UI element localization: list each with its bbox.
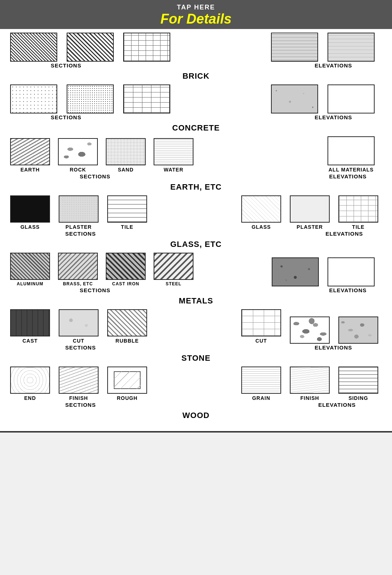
- wood-end-label: END: [24, 395, 36, 401]
- glass-elevations-label: ELEVATIONS: [325, 231, 363, 237]
- header[interactable]: TAP HERE For Details: [0, 0, 392, 29]
- bottom-divider: [0, 431, 392, 433]
- earth-title: EARTH, ETC: [7, 182, 385, 192]
- glass-sections-label: SECTIONS: [65, 231, 96, 237]
- metals-sections-label: SECTIONS: [80, 287, 110, 293]
- aluminum-swatch: [10, 253, 50, 280]
- wood-rough-label: ROUGH: [117, 395, 137, 401]
- brick-elev-swatch-1: [271, 33, 318, 62]
- earth-label: EARTH: [20, 167, 39, 173]
- tile-section-item: TILE: [107, 195, 147, 230]
- stone-cut-label: CUT: [73, 338, 84, 344]
- plaster-elev-label: PLASTER: [297, 224, 323, 230]
- brass-label: BRASS, ETC: [63, 281, 93, 286]
- brick-section-1: [10, 33, 57, 62]
- concrete-elev-swatch-1: [271, 84, 318, 113]
- concrete-elev-1: [271, 84, 318, 113]
- wood-elevations-label: ELEVATIONS: [318, 402, 356, 408]
- glass-title: GLASS, ETC: [7, 240, 385, 249]
- stone-title: STONE: [7, 353, 385, 363]
- wood-siding-item: SIDING: [338, 367, 378, 401]
- concrete-swatch-3: [123, 84, 170, 113]
- page: TAP HERE For Details: [0, 0, 392, 433]
- earth-elev-label: ALL MATERIALS: [329, 167, 374, 173]
- brass-item: BRASS, ETC: [58, 253, 98, 286]
- cast-iron-swatch: [106, 253, 146, 280]
- stone-rubble-section-item: RUBBLE: [107, 309, 147, 344]
- metals-elevations-label: ELEVATIONS: [329, 287, 367, 293]
- glass-section-item: GLASS: [10, 195, 50, 230]
- earth-group: EARTH ROCK SAND WATER: [7, 136, 385, 192]
- wood-grain-item: GRAIN: [241, 367, 281, 401]
- concrete-section-2: [67, 84, 114, 113]
- plaster-elev-swatch: [290, 195, 330, 223]
- stone-cut-elev-swatch: [241, 309, 281, 336]
- wood-rough-item: ROUGH: [107, 367, 147, 401]
- wood-siding-label: SIDING: [349, 395, 368, 401]
- stone-cut-elev-item: CUT: [241, 309, 281, 344]
- earth-elev-swatch-1: [328, 136, 375, 165]
- wood-finish-item: FINISH: [59, 367, 99, 401]
- aluminum-item: ALUMINUM: [10, 253, 50, 286]
- tile-section-label: TILE: [121, 224, 133, 230]
- stone-cut-swatch: [59, 309, 99, 336]
- stone-cast-swatch: [10, 309, 50, 336]
- plaster-elev-item: PLASTER: [290, 195, 330, 230]
- brick-title: BRICK: [7, 71, 385, 81]
- brick-elev-1: [271, 33, 318, 62]
- brick-elevations-label: ELEVATIONS: [314, 62, 352, 69]
- earth-elevations-label: ELEVATIONS: [329, 173, 367, 179]
- earth-sections-label: SECTIONS: [80, 173, 110, 179]
- brick-section-3: [123, 33, 170, 62]
- brick-section-2: [67, 33, 114, 62]
- stone-elevations-label: ELEVATIONS: [314, 344, 352, 351]
- stone-rubble-section-label: RUBBLE: [116, 338, 139, 344]
- plaster-section-item: PLASTER: [59, 195, 99, 230]
- sand-swatch: [106, 138, 146, 165]
- concrete-elevations-label: ELEVATIONS: [314, 114, 352, 120]
- wood-sections-label: SECTIONS: [65, 402, 96, 408]
- brick-swatch-1: [10, 33, 57, 62]
- sand-item: SAND: [106, 138, 146, 173]
- tap-here-label: TAP HERE: [0, 4, 392, 11]
- glass-group: GLASS PLASTER TILE GLASS: [7, 195, 385, 249]
- steel-swatch: [154, 253, 193, 280]
- water-item: WATER: [154, 138, 193, 173]
- concrete-section-3: [123, 84, 170, 113]
- stone-cut-elev-label: CUT: [255, 338, 267, 344]
- concrete-swatch-1: [10, 84, 57, 113]
- tile-section-swatch: [107, 195, 147, 223]
- tile-elev-swatch: [338, 195, 378, 223]
- brick-sections-label: SECTIONS: [51, 62, 82, 69]
- stone-rubble-section-swatch: [107, 309, 147, 336]
- wood-grain-label: GRAIN: [252, 395, 270, 401]
- wood-finish-swatch: [59, 367, 99, 394]
- stone-cast-label: CAST: [22, 338, 38, 344]
- water-swatch: [154, 138, 193, 165]
- concrete-sections-label: SECTIONS: [51, 114, 82, 120]
- steel-label: STEEL: [166, 281, 182, 286]
- concrete-swatch-2: [67, 84, 114, 113]
- wood-rough-swatch: [107, 367, 147, 394]
- stone-rubble2-item: [338, 317, 378, 344]
- earth-swatch: [10, 138, 50, 165]
- metal-elev-swatch-2: [328, 257, 375, 286]
- wood-group: END FINISH ROUGH GRAIN: [7, 367, 385, 420]
- concrete-elev-swatch-2: [328, 84, 375, 113]
- brick-elev-2: [328, 33, 375, 62]
- metal-elev-swatch-1: [272, 257, 319, 286]
- wood-grain-swatch: [241, 367, 281, 394]
- for-details-label: For Details: [0, 11, 392, 27]
- tile-elev-item: TILE: [338, 195, 378, 230]
- metals-group: ALUMINUM BRASS, ETC CAST IRON STEEL: [7, 253, 385, 306]
- wood-finish-elev-item: FINISH: [290, 367, 330, 401]
- glass-elev-label: GLASS: [251, 224, 271, 230]
- plaster-section-label: PLASTER: [66, 224, 92, 230]
- stone-cast-item: CAST: [10, 309, 50, 344]
- stone-sections-label: SECTIONS: [65, 344, 96, 351]
- brick-group: SECTIONS ELEVATIONS BRICK: [7, 33, 385, 81]
- concrete-elev-2: [328, 84, 375, 113]
- stone-group: CAST CUT RUBBLE CUT: [7, 309, 385, 363]
- main-content: SECTIONS ELEVATIONS BRICK: [0, 29, 392, 427]
- concrete-group: SECTIONS ELEVATIONS CONCRETE: [7, 84, 385, 133]
